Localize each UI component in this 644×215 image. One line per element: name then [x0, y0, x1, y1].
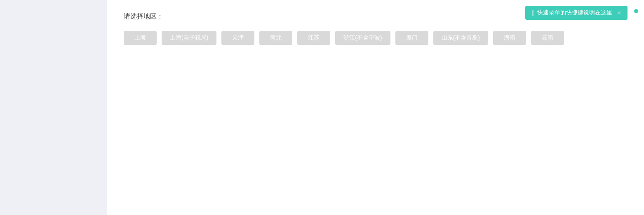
region-button-shanghai-etax[interactable]: 上海(电子税局): [162, 31, 216, 45]
left-sidebar: [0, 0, 107, 215]
region-buttons: 上海上海(电子税局)天津河北江苏浙江(不含宁波)厦门山东(不含青岛)海南云南: [124, 31, 628, 45]
region-button-shandong[interactable]: 山东(不含青岛): [433, 31, 488, 45]
tooltip-line: [603, 12, 628, 12]
region-button-hainan[interactable]: 海南: [493, 31, 526, 45]
region-button-hebei[interactable]: 河北: [259, 31, 292, 45]
main-content: 请选择地区： 上海上海(电子税局)天津河北江苏浙江(不含宁波)厦门山东(不含青岛…: [107, 0, 644, 215]
region-button-jiangsu[interactable]: 江苏: [297, 31, 330, 45]
tooltip-banner: 快速录单的快捷键说明在这里 ×: [525, 6, 628, 20]
region-button-yunnan[interactable]: 云南: [531, 31, 564, 45]
tooltip-text: 快速录单的快捷键说明在这里: [537, 9, 612, 16]
region-button-zhejiang[interactable]: 浙江(不含宁波): [335, 31, 390, 45]
tooltip-dot: [634, 9, 638, 13]
region-button-xiamen[interactable]: 厦门: [395, 31, 428, 45]
region-button-tianjin[interactable]: 天津: [221, 31, 254, 45]
region-button-shanghai[interactable]: 上海: [124, 31, 157, 45]
tooltip-close-button[interactable]: ×: [617, 9, 621, 16]
